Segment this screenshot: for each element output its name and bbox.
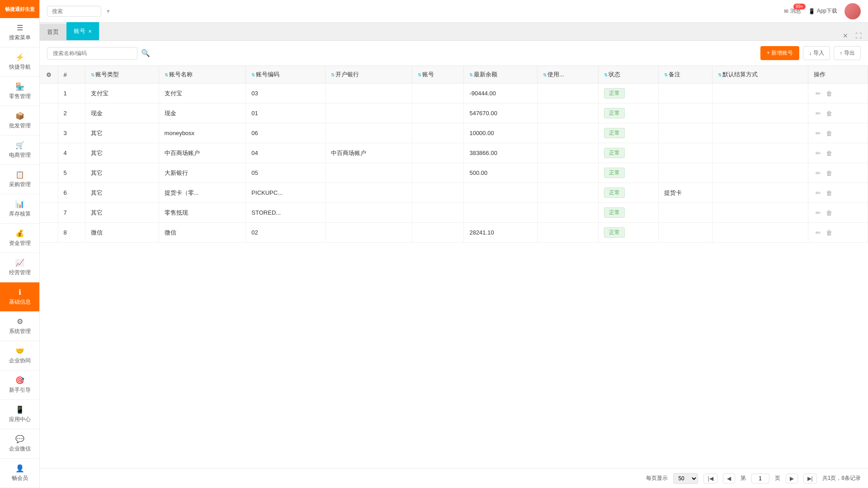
col-gear[interactable]: ⚙ [40, 66, 58, 84]
edit-button-3[interactable]: ✏ [814, 149, 823, 158]
cell-name-5: 提货卡（零... [159, 183, 246, 203]
table-row: 4 其它 中百商场账户 04 中百商场账户 383866.00 正常 ✏ 🗑 [40, 143, 868, 163]
sidebar-enterprise-agreement-icon: 🤝 [15, 347, 24, 355]
search-input[interactable] [47, 47, 137, 60]
cell-name-3: 中百商场账户 [159, 143, 246, 163]
import-button[interactable]: ↓ 导入 [803, 46, 830, 60]
cell-type-5: 其它 [85, 183, 159, 203]
edit-button-0[interactable]: ✏ [814, 89, 823, 98]
sidebar-item-search-menu[interactable]: ☰搜索菜单 [0, 18, 39, 47]
table-row: 1 支付宝 支付宝 03 -90444.00 正常 ✏ 🗑 [40, 84, 868, 103]
cell-remark-2 [658, 123, 712, 143]
delete-button-2[interactable]: 🗑 [824, 129, 834, 138]
edit-button-6[interactable]: ✏ [814, 208, 823, 217]
sidebar-item-system-mgmt[interactable]: ⚙系统管理 [0, 312, 39, 341]
action-buttons: + 新增账号 ↓ 导入 ↑ 导出 [760, 46, 861, 60]
sidebar-retail-mgmt-label: 零售管理 [9, 93, 31, 100]
col-status[interactable]: ⇅状态 [598, 66, 658, 84]
tab-account[interactable]: 账号 ✕ [66, 22, 99, 40]
page-label: 第 [741, 474, 746, 482]
sidebar-item-inventory[interactable]: 📊库存核算 [0, 194, 39, 224]
col-remark[interactable]: ⇅备注 [658, 66, 712, 84]
cell-usage-5 [538, 183, 598, 203]
cell-default-settle-2 [712, 123, 808, 143]
sidebar-item-retail-mgmt[interactable]: 🏪零售管理 [0, 77, 39, 106]
col-name[interactable]: ⇅账号名称 [159, 66, 246, 84]
table-row: 8 微信 微信 02 28241.10 正常 ✏ 🗑 [40, 223, 868, 243]
content-area: 🔍 + 新增账号 ↓ 导入 ↑ 导出 ⚙ # [40, 41, 868, 488]
avatar[interactable] [844, 3, 861, 19]
edit-button-4[interactable]: ✏ [814, 169, 823, 178]
col-usage[interactable]: ⇅使用... [538, 66, 598, 84]
first-page-button[interactable]: |◀ [703, 474, 717, 483]
edit-button-5[interactable]: ✏ [814, 188, 823, 197]
sidebar-item-purchase-mgmt[interactable]: 📋采购管理 [0, 165, 39, 194]
col-code[interactable]: ⇅账号编码 [246, 66, 325, 84]
cell-bank-4 [325, 163, 412, 183]
delete-button-6[interactable]: 🗑 [824, 208, 834, 217]
last-page-button[interactable]: ▶| [803, 474, 817, 483]
cell-status-3: 正常 [598, 143, 658, 163]
cell-bank-2 [325, 123, 412, 143]
sidebar-item-member[interactable]: 👤畅会员 [0, 459, 39, 488]
search-button[interactable]: 🔍 [141, 49, 150, 57]
delete-button-7[interactable]: 🗑 [824, 228, 834, 237]
delete-button-5[interactable]: 🗑 [824, 188, 834, 197]
cell-account-4 [412, 163, 464, 183]
sidebar-item-finance-mgmt[interactable]: 💰资金管理 [0, 224, 39, 253]
col-bank[interactable]: ⇅开户银行 [325, 66, 412, 84]
top-search-input[interactable] [47, 6, 101, 17]
cell-bank-0 [325, 84, 412, 103]
sidebar-item-quick-nav[interactable]: ⚡快捷导航 [0, 47, 39, 77]
cell-account-0 [412, 84, 464, 103]
cell-account-5 [412, 183, 464, 203]
delete-button-0[interactable]: 🗑 [824, 89, 834, 98]
edit-button-2[interactable]: ✏ [814, 129, 823, 138]
cell-usage-7 [538, 223, 598, 243]
tab-account-label: 账号 [74, 27, 85, 35]
table-row: 3 其它 moneybosx 06 10000.00 正常 ✏ 🗑 [40, 123, 868, 143]
page-number-input[interactable] [751, 474, 769, 483]
next-page-button[interactable]: ▶ [786, 474, 798, 483]
app-download-button[interactable]: 📱 App下载 [808, 7, 837, 15]
sidebar-item-wholesale-mgmt[interactable]: 📦批发管理 [0, 106, 39, 136]
message-button[interactable]: ✉ 消息 99+ [784, 7, 801, 15]
cell-type-1: 现金 [85, 103, 159, 123]
sidebar-new-guide-label: 新手引导 [9, 386, 31, 394]
prev-page-button[interactable]: ◀ [723, 474, 735, 483]
col-account[interactable]: ⇅账号 [412, 66, 464, 84]
edit-button-7[interactable]: ✏ [814, 228, 823, 237]
close-tab-button[interactable]: ✕ [840, 31, 851, 40]
edit-button-1[interactable]: ✏ [814, 109, 823, 118]
cell-gear-5 [40, 183, 58, 203]
cell-bank-3: 中百商场账户 [325, 143, 412, 163]
export-button[interactable]: ↑ 导出 [834, 46, 861, 60]
delete-button-4[interactable]: 🗑 [824, 169, 834, 178]
delete-button-3[interactable]: 🗑 [824, 149, 834, 158]
tab-account-close-icon[interactable]: ✕ [88, 29, 92, 34]
cell-account-1 [412, 103, 464, 123]
col-type[interactable]: ⇅账号类型 [85, 66, 159, 84]
sidebar-item-app-center[interactable]: 📱应用中心 [0, 400, 39, 429]
col-default-settle[interactable]: ⇅默认结算方式 [712, 66, 808, 84]
add-account-button[interactable]: + 新增账号 [760, 46, 799, 60]
sidebar-item-new-guide[interactable]: 🎯新手引导 [0, 371, 39, 400]
cell-gear-4 [40, 163, 58, 183]
sidebar-item-operations-mgmt[interactable]: 📈经营管理 [0, 253, 39, 282]
sidebar-item-enterprise-wechat[interactable]: 💬企业微信 [0, 429, 39, 459]
delete-button-1[interactable]: 🗑 [824, 109, 834, 118]
cell-code-4: 05 [246, 163, 325, 183]
cell-usage-1 [538, 103, 598, 123]
maximize-button[interactable]: ⛶ [853, 31, 864, 40]
page-size-select[interactable]: 50 100 200 [673, 473, 698, 484]
sidebar-item-ecommerce-mgmt[interactable]: 🛒电商管理 [0, 136, 39, 165]
tab-home[interactable]: 首页 [40, 24, 66, 40]
cell-gear-6 [40, 203, 58, 223]
col-balance[interactable]: ⇅最新余额 [464, 66, 538, 84]
tab-controls: ✕ ⛶ [840, 31, 868, 40]
cell-type-6: 其它 [85, 203, 159, 223]
cell-type-7: 微信 [85, 223, 159, 243]
sidebar-item-enterprise-agreement[interactable]: 🤝企业协同 [0, 341, 39, 371]
dropdown-icon[interactable]: ▾ [107, 8, 110, 14]
sidebar-item-basic-info[interactable]: ℹ基础信息 [0, 282, 39, 312]
